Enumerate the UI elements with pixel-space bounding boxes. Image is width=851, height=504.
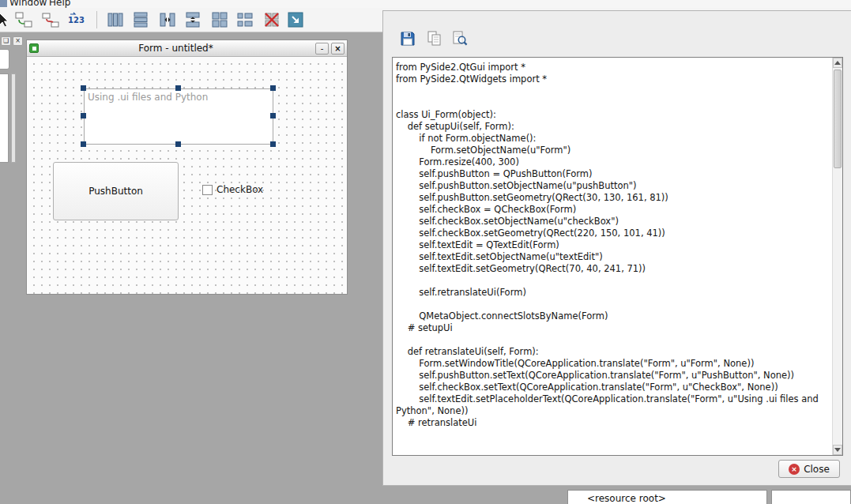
menu-help[interactable]: Help — [49, 0, 70, 8]
form-window-titlebar[interactable]: Form - untitled* - × — [27, 40, 347, 57]
edit-signals-slots-icon[interactable] — [14, 10, 33, 29]
layout-vertical-icon[interactable] — [131, 10, 150, 29]
code-view-frame: from PySide2.QtGui import * from PySide2… — [392, 57, 843, 456]
selection-handle-mid-left[interactable] — [81, 113, 86, 118]
adjust-size-icon[interactable] — [286, 10, 305, 29]
save-icon[interactable] — [399, 30, 416, 47]
svg-text:123: 123 — [68, 16, 85, 24]
close-window-button[interactable]: × — [331, 43, 345, 55]
selection-handle-bottom-right[interactable] — [270, 141, 276, 147]
selection-handle-top-right[interactable] — [270, 85, 276, 91]
form-window: Form - untitled* - × Using .ui files and… — [26, 39, 348, 295]
dock-close-button[interactable]: × — [13, 36, 23, 46]
code-preview-dialog: from PySide2.QtGui import * from PySide2… — [382, 10, 851, 486]
form-window-icon — [29, 43, 39, 53]
checkbox-widget[interactable]: CheckBox — [202, 182, 263, 197]
code-vertical-scrollbar[interactable] — [832, 58, 842, 455]
layout-form-icon[interactable] — [235, 10, 254, 29]
menu-bar: Window Help — [0, 0, 851, 8]
edit-buddies-icon[interactable] — [41, 10, 60, 29]
pushbutton-widget[interactable]: PushButton — [53, 162, 179, 220]
scroll-up-button[interactable] — [833, 58, 842, 68]
layout-grid-icon[interactable] — [210, 10, 229, 29]
widgetbox-list-fragment[interactable] — [0, 73, 9, 163]
selection-handle-bottom-left[interactable] — [81, 141, 86, 147]
selection-handle-top-left[interactable] — [81, 85, 86, 91]
app-menu-icon — [0, 0, 7, 7]
checkbox-label: CheckBox — [217, 184, 263, 195]
scrollbar-thumb[interactable] — [834, 70, 842, 168]
break-layout-icon[interactable] — [262, 10, 281, 29]
python-code-text[interactable]: from PySide2.QtGui import * from PySide2… — [393, 58, 832, 455]
selection-handle-top-center[interactable] — [175, 85, 181, 91]
minimize-button[interactable]: - — [315, 43, 329, 55]
widgetbox-filter-input[interactable] — [0, 49, 9, 70]
layout-horizontal-icon[interactable] — [106, 10, 125, 29]
layout-vertical-splitter-icon[interactable] — [183, 10, 202, 29]
resource-tree-fragment[interactable]: <resource root> — [567, 490, 767, 504]
find-icon[interactable] — [451, 30, 469, 47]
edit-tab-order-icon[interactable]: 123 — [66, 10, 85, 29]
edit-widgets-icon[interactable] — [0, 10, 12, 29]
scroll-down-button[interactable] — [833, 445, 842, 455]
layout-horizontal-splitter-icon[interactable] — [158, 10, 177, 29]
widgetbox-scrollbar[interactable] — [11, 73, 16, 163]
resource-root-item[interactable]: <resource root> — [587, 493, 666, 504]
copy-icon[interactable] — [426, 30, 443, 47]
triangle-down-icon — [834, 448, 841, 452]
checkbox-indicator[interactable] — [202, 185, 213, 195]
menu-window[interactable]: Window — [9, 0, 47, 8]
selection-handle-mid-right[interactable] — [270, 113, 276, 118]
form-canvas[interactable]: Using .ui files and Python PushButton Ch… — [27, 57, 347, 294]
textedit-widget[interactable]: Using .ui files and Python — [84, 88, 273, 145]
close-x-icon: × — [789, 464, 800, 475]
selection-handle-bottom-center[interactable] — [175, 141, 181, 147]
close-button[interactable]: × Close — [778, 460, 840, 478]
resource-side-fragment — [771, 490, 851, 504]
toolbar-separator — [96, 11, 97, 28]
triangle-up-icon — [834, 61, 841, 65]
dock-float-button[interactable]: ❏ — [1, 36, 11, 46]
form-window-title: Form - untitled* — [39, 43, 313, 54]
close-button-label: Close — [804, 464, 830, 475]
